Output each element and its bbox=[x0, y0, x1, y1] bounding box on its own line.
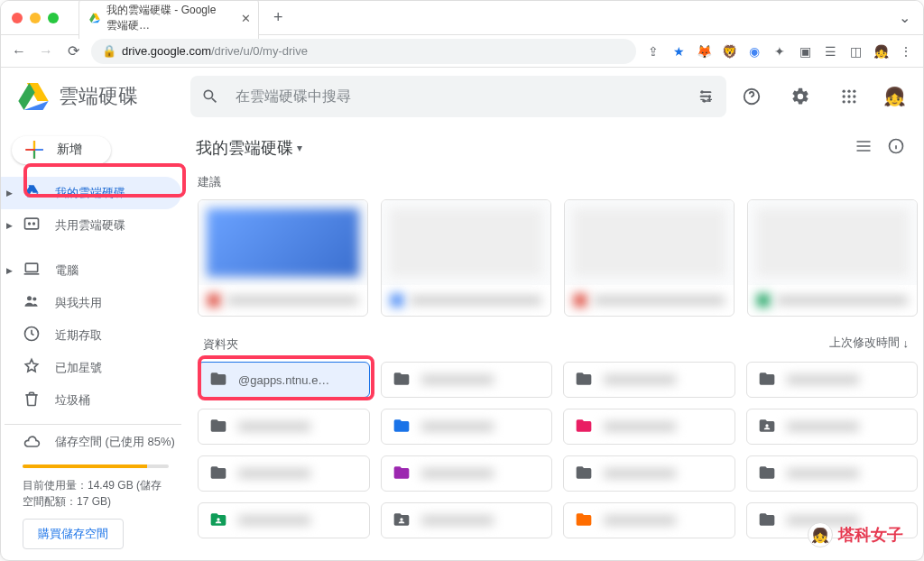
search-input[interactable] bbox=[236, 88, 681, 105]
bookmark2-icon[interactable]: ◫ bbox=[847, 43, 864, 60]
sidebar: 新增 ▶我的雲端硬碟▶共用雲端硬碟▶電腦與我共用近期存取已加星號垃圾桶 儲存空間… bbox=[1, 125, 192, 560]
maximize-window-button[interactable] bbox=[48, 13, 59, 23]
storage-usage-text: 目前使用量：14.49 GB (儲存空間配額：17 GB) bbox=[23, 477, 169, 510]
folder-icon bbox=[575, 370, 593, 391]
svg-point-5 bbox=[847, 90, 850, 93]
close-window-button[interactable] bbox=[12, 13, 23, 23]
svg-point-18 bbox=[32, 297, 36, 300]
folder-card[interactable] bbox=[746, 409, 919, 445]
sidebar-divider bbox=[5, 424, 181, 425]
settings-button[interactable] bbox=[782, 78, 818, 115]
watermark: 👧 塔科女子 bbox=[808, 522, 903, 547]
caret-icon: ▶ bbox=[6, 221, 13, 230]
reader-icon[interactable]: ☰ bbox=[822, 43, 838, 60]
sidebar-item-label: 垃圾桶 bbox=[55, 392, 90, 409]
folder-name bbox=[421, 516, 494, 525]
menu-icon[interactable]: ⋮ bbox=[898, 43, 914, 60]
sidebar-item-trash[interactable]: 垃圾桶 bbox=[1, 384, 181, 417]
folder-card[interactable] bbox=[746, 362, 919, 398]
folder-card[interactable] bbox=[563, 455, 735, 492]
apps-button[interactable] bbox=[831, 78, 867, 115]
close-tab-button[interactable]: ✕ bbox=[241, 12, 251, 25]
minimize-window-button[interactable] bbox=[30, 13, 41, 23]
folder-name bbox=[238, 422, 310, 431]
folder-card[interactable] bbox=[198, 502, 370, 538]
folder-card[interactable] bbox=[198, 409, 370, 445]
help-button[interactable] bbox=[734, 78, 770, 115]
folder-icon bbox=[393, 510, 411, 531]
search-icon bbox=[201, 87, 219, 106]
suggested-card[interactable] bbox=[381, 199, 551, 317]
folder-card[interactable] bbox=[198, 455, 370, 492]
folder-card[interactable] bbox=[381, 409, 553, 445]
ext-circle-icon[interactable]: ◉ bbox=[746, 43, 762, 60]
folder-name bbox=[604, 516, 676, 525]
sidebar-item-label: 近期存取 bbox=[55, 327, 102, 344]
caret-icon: ▶ bbox=[6, 189, 13, 198]
svg-point-21 bbox=[765, 424, 768, 427]
folder-card[interactable] bbox=[381, 502, 553, 538]
forward-button[interactable]: → bbox=[37, 42, 55, 60]
address-bar[interactable]: 🔒 drive.google.com/drive/u/0/my-drive bbox=[91, 39, 636, 64]
folder-name bbox=[604, 375, 676, 384]
folders-label: 資料夾 bbox=[198, 333, 238, 353]
info-button[interactable] bbox=[887, 137, 905, 159]
svg-point-22 bbox=[217, 518, 219, 520]
cast-icon[interactable]: ▣ bbox=[797, 43, 813, 60]
folder-card[interactable] bbox=[381, 362, 553, 398]
buy-storage-button[interactable]: 購買儲存空間 bbox=[23, 519, 124, 549]
folder-card[interactable] bbox=[381, 455, 553, 492]
extension-icons: ⇪ ★ 🦊 🦁 ◉ ✦ ▣ ☰ ◫ 👧 ⋮ bbox=[645, 43, 914, 60]
folder-name bbox=[238, 516, 310, 525]
browser-tab[interactable]: 我的雲端硬碟 - Google 雲端硬… ✕ bbox=[79, 0, 259, 39]
folder-card[interactable] bbox=[563, 409, 735, 445]
folder-icon bbox=[758, 510, 776, 531]
svg-point-1 bbox=[708, 95, 711, 97]
folder-card[interactable]: @gapps.ntnu.e… bbox=[198, 362, 370, 398]
share-icon[interactable]: ⇪ bbox=[645, 43, 661, 60]
search-options-icon[interactable] bbox=[698, 87, 716, 106]
back-button[interactable]: ← bbox=[10, 42, 28, 60]
sidebar-item-star[interactable]: 已加星號 bbox=[1, 352, 181, 384]
new-tab-button[interactable]: + bbox=[273, 8, 283, 27]
sidebar-item-shared[interactable]: 與我共用 bbox=[1, 287, 181, 319]
reload-button[interactable]: ⟳ bbox=[64, 42, 82, 60]
drive-logo[interactable]: 雲端硬碟 bbox=[15, 78, 183, 115]
sidebar-item-drive[interactable]: ▶我的雲端硬碟 bbox=[1, 177, 181, 209]
account-avatar[interactable]: 👧 bbox=[880, 82, 909, 111]
bookmark-icon[interactable]: ★ bbox=[670, 43, 687, 60]
folder-name bbox=[604, 469, 676, 478]
extensions-icon[interactable]: ✦ bbox=[772, 43, 788, 60]
svg-point-0 bbox=[700, 90, 703, 93]
storage-item[interactable]: 儲存空間 (已使用 85%) bbox=[1, 431, 181, 452]
sort-button[interactable]: 上次修改時間↓ bbox=[829, 335, 910, 351]
url-text: drive.google.com/drive/u/0/my-drive bbox=[122, 44, 308, 58]
browser-titlebar: 我的雲端硬碟 - Google 雲端硬… ✕ + ⌄ bbox=[1, 1, 923, 35]
search-bar[interactable] bbox=[190, 76, 726, 117]
new-button[interactable]: 新增 bbox=[12, 136, 111, 164]
suggested-card[interactable] bbox=[747, 199, 918, 317]
folder-card[interactable] bbox=[746, 455, 919, 492]
folder-path-button[interactable]: 我的雲端硬碟 ▾ bbox=[196, 137, 302, 159]
profile-icon[interactable]: 👧 bbox=[873, 43, 889, 60]
list-view-button[interactable] bbox=[855, 137, 873, 159]
tabs-dropdown-icon[interactable]: ⌄ bbox=[899, 9, 910, 26]
drive-logo-icon bbox=[15, 78, 51, 115]
suggested-card[interactable] bbox=[564, 199, 735, 317]
folder-name bbox=[421, 469, 494, 478]
folder-name bbox=[421, 375, 494, 384]
sidebar-item-label: 與我共用 bbox=[55, 295, 102, 311]
folder-icon bbox=[758, 370, 776, 391]
sidebar-item-clock[interactable]: 近期存取 bbox=[1, 319, 181, 352]
folder-card[interactable] bbox=[563, 362, 735, 398]
plus-icon bbox=[23, 138, 46, 161]
ext-mm-icon[interactable]: 🦁 bbox=[721, 43, 737, 60]
sidebar-item-shared-drive[interactable]: ▶共用雲端硬碟 bbox=[1, 209, 181, 242]
folder-name bbox=[787, 375, 859, 384]
folder-card[interactable] bbox=[563, 502, 735, 538]
trash-icon bbox=[23, 390, 41, 410]
folder-name bbox=[421, 422, 494, 431]
suggested-card[interactable] bbox=[198, 199, 368, 317]
sidebar-item-laptop[interactable]: ▶電腦 bbox=[1, 254, 181, 287]
ext-fox-icon[interactable]: 🦊 bbox=[696, 43, 712, 60]
